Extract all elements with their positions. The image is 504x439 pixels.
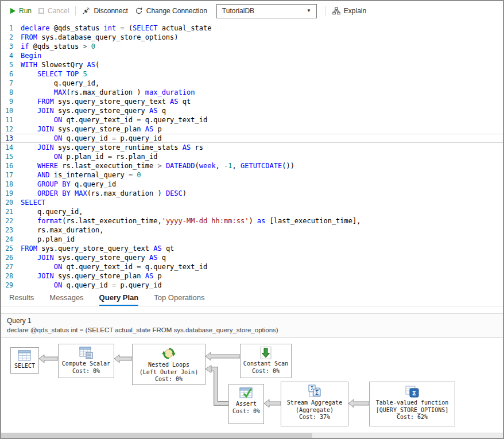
run-label: Run [19, 7, 32, 15]
code-token: week [199, 162, 216, 170]
code-line[interactable]: 16 WHERE rs.last_execution_time > DATEAD… [1, 161, 503, 170]
line-number: 8 [1, 88, 21, 97]
code-token: rs.max_duration, [21, 226, 104, 234]
plan-node-select[interactable]: SELECT [10, 347, 39, 374]
code-line[interactable]: 20SELECT [1, 198, 503, 207]
code-token: -1 [224, 162, 232, 170]
code-token: DESC [166, 189, 183, 197]
code-token [21, 281, 54, 289]
plan-node-table-valued-function[interactable]: Σ Table-valued function [QUERY_STORE_OPT… [369, 382, 455, 426]
svg-text:Σ: Σ [412, 390, 417, 397]
code-token: sys.database_query_store_options) [37, 33, 179, 41]
plan-node-label: SELECT [14, 363, 35, 370]
code-line[interactable]: 13 ON q.query_id = p.query_id [1, 134, 503, 143]
code-line[interactable]: 24 p.plan_id [1, 235, 503, 244]
code-token: (rs.max_duration ) [66, 88, 145, 96]
code-token: q.query_text_id [141, 263, 208, 271]
code-line[interactable]: 2FROM sys.database_query_store_options) [1, 33, 503, 42]
code-line[interactable]: 14 JOIN sys.query_store_runtime_stats AS… [1, 143, 503, 152]
code-line[interactable]: 25FROM sys.query_store_query_text AS qt [1, 244, 503, 253]
plan-node-assert[interactable]: Assert Cost: 0% [228, 384, 264, 424]
code-token: AS [149, 107, 157, 115]
code-token [21, 217, 37, 225]
database-dropdown[interactable]: TutorialDB ▼ [216, 4, 317, 18]
code-token: p.plan_id [21, 235, 75, 243]
code-line[interactable]: 23 rs.max_duration, [1, 226, 503, 235]
code-line[interactable]: 27 ON qt.query_text_id = q.query_text_id [1, 262, 503, 271]
code-token: ()) [282, 162, 294, 170]
code-line[interactable]: 1declare @qds_status int = (SELECT actua… [1, 24, 503, 33]
code-line[interactable]: 19 ORDER BY MAX(rs.max_duration ) DESC) [1, 189, 503, 198]
code-token [21, 162, 37, 170]
code-line[interactable]: 7 q.query_id, [1, 79, 503, 88]
tab-messages[interactable]: Messages [49, 289, 83, 306]
execution-plan-canvas[interactable]: SELECT Compute Scalar Cost: 0% [1, 338, 503, 434]
plan-node-constant-scan[interactable]: Constant Scan Cost: 0% [240, 344, 292, 378]
plan-node-nested-loops[interactable]: Nested Loops (Left Outer Join) Cost: 0% [132, 344, 206, 385]
code-text: FROM sys.query_store_query_text AS qt [21, 97, 191, 106]
code-line[interactable]: 15 ON p.plan_id = rs.plan_id [1, 152, 503, 161]
code-line[interactable]: 3if @qds_status > 0 [1, 42, 503, 51]
code-line[interactable]: 10 JOIN sys.query_store_query AS q [1, 106, 503, 115]
code-line[interactable]: 6 SELECT TOP 5 [1, 69, 503, 79]
line-number: 10 [1, 106, 21, 115]
code-line[interactable]: 29 ON q.query_id = p.query_id [1, 281, 503, 289]
code-token: p.query_id [116, 281, 161, 289]
code-line[interactable]: 26 JOIN sys.query_store_query AS q [1, 253, 503, 262]
nested-loops-icon [161, 346, 176, 361]
code-text: p.plan_id [21, 235, 75, 244]
code-token: is_internal_query [50, 171, 129, 179]
code-token: GROUP BY [37, 180, 71, 188]
code-line[interactable]: 5WITH SlowestQry AS( [1, 60, 503, 69]
table-valued-function-icon: Σ [405, 384, 420, 399]
code-line[interactable]: 28 JOIN sys.query_store_plan AS p [1, 271, 503, 281]
line-number: 9 [1, 97, 21, 106]
code-token: = [137, 116, 141, 124]
code-line[interactable]: 11 ON qt.query_text_id = q.query_text_id [1, 115, 503, 125]
code-token: sys.query_store_runtime_stats [54, 143, 183, 151]
horizontal-scrollbar[interactable] [1, 433, 503, 438]
explain-button[interactable]: Explain [329, 5, 370, 17]
plan-node-label: Compute Scalar [62, 360, 110, 368]
scrollbar-thumb[interactable] [1, 433, 312, 438]
plan-node-stream-aggregate[interactable]: Σ Σ Stream Aggregate (Aggregate) Cost: 3… [281, 382, 348, 426]
code-token: AS [145, 272, 153, 280]
code-token: sys.query_store_plan [54, 125, 145, 133]
code-token: DATEADD [166, 162, 195, 170]
plan-node-cost: Cost: 0% [155, 376, 183, 383]
tab-query-plan[interactable]: Query Plan [99, 289, 139, 306]
change-connection-button[interactable]: Change Connection [131, 5, 211, 17]
code-text: declare @qds_status int = (SELECT actual… [21, 24, 211, 33]
code-token: q.query_id [62, 281, 112, 289]
code-line[interactable]: 21 q.query_id, [1, 207, 503, 216]
code-token: sys.query_store_query_text [54, 98, 170, 106]
code-line[interactable]: 18 GROUP BY q.query_id [1, 180, 503, 189]
code-line[interactable]: 22 format(rs.last_execution_time,'yyyy-M… [1, 216, 503, 226]
plan-node-label: Constant Scan [243, 360, 288, 368]
tab-results[interactable]: Results [9, 289, 34, 306]
code-text: rs.max_duration, [21, 226, 104, 235]
code-line[interactable]: 17 AND is_internal_query = 0 [1, 170, 503, 180]
code-lines: 1declare @qds_status int = (SELECT actua… [1, 24, 503, 289]
cancel-button[interactable]: Cancel [35, 5, 72, 17]
stream-aggregate-icon: Σ Σ [307, 384, 322, 399]
sql-editor[interactable]: 1declare @qds_status int = (SELECT actua… [1, 21, 503, 289]
code-token [21, 263, 54, 271]
disconnect-button[interactable]: Disconnect [79, 5, 131, 17]
code-line[interactable]: 12 JOIN sys.query_store_plan AS p [1, 125, 503, 134]
run-button[interactable]: Run [7, 5, 35, 17]
code-token: ON [54, 153, 62, 161]
code-token: AS [170, 98, 178, 106]
code-token: sys.query_store_plan [54, 272, 145, 280]
code-token [21, 98, 37, 106]
line-number: 29 [1, 281, 21, 289]
code-token: > [83, 42, 87, 50]
code-line[interactable]: 4Begin [1, 51, 503, 60]
code-line[interactable]: 9 FROM sys.query_store_query_text AS qt [1, 97, 503, 106]
code-line[interactable]: 8 MAX(rs.max_duration ) max_duration [1, 88, 503, 97]
tab-top-operations[interactable]: Top Operations [154, 289, 204, 306]
code-token: max_duration [145, 88, 195, 96]
code-token [87, 42, 91, 50]
plan-node-compute-scalar[interactable]: Compute Scalar Cost: 0% [58, 344, 114, 378]
results-tabbar: Results Messages Query Plan Top Operatio… [1, 289, 503, 306]
